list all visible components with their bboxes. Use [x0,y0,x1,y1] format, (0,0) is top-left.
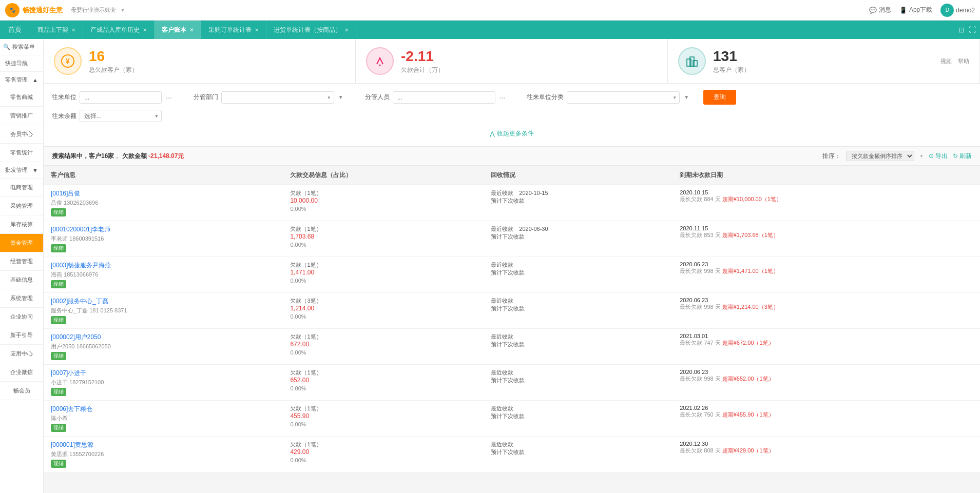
filter-input-partner[interactable] [80,91,162,104]
sidebar-item-marketing[interactable]: 营销推广 [0,107,43,125]
sidebar-item-retail-stats[interactable]: 零售统计 [0,144,43,162]
customer-table: 客户信息 欠款交易信息（占比） 回收情况 到期未收款日期 [0016]吕俊 吕俊… [44,166,980,472]
sidebar-enterprise-collab-label: 企业协同 [10,313,33,320]
sidebar-item-beginner[interactable]: 新手引导 [0,326,43,345]
collapse-row: ⋀ 收起更多条件 [52,127,972,140]
sidebar-item-retail-mgmt[interactable]: 零售管理 ▲ [0,72,43,88]
refresh-icon: ↻ [953,152,958,160]
sidebar-ecommerce-label: 电商管理 [10,184,33,190]
sidebar-item-ecommerce[interactable]: 电商管理 [0,179,43,197]
overdue-link-0[interactable]: 超期¥10,000.00（1笔） [722,196,782,202]
sidebar-search[interactable]: 🔍 搜索菜单 [0,39,43,55]
export-button[interactable]: ⊙ 导出 [929,152,948,161]
app-label: App下载 [909,6,932,14]
tab-product-listing-close[interactable]: ✕ [71,27,75,33]
customer-badge-4: 现销 [51,352,66,360]
sidebar-item-inventory[interactable]: 库存核算 [0,215,43,234]
filter-input-manager[interactable] [393,91,495,104]
customer-name-link-0[interactable]: [0016]吕俊 [51,190,80,197]
filter-select-category[interactable] [567,91,680,104]
tab-purchase-order-stats[interactable]: 采购订单统计表 ✕ [201,21,266,39]
nav-restore-icon[interactable]: ⊡ [958,26,965,34]
collapse-label: 收起更多条件 [497,129,534,138]
customer-name-link-6[interactable]: [0006]去下粮仓 [51,405,92,412]
sort-select[interactable]: 按欠款金额倒序排序 [846,151,914,161]
overdue-link-5[interactable]: 超期¥652.00（1笔） [722,376,774,382]
sidebar-item-basic-info[interactable]: 基础信息 [0,271,43,289]
sidebar-item-member[interactable]: 畅会员 [0,382,43,400]
customer-name-link-2[interactable]: [0003]畅捷服务尹海燕 [51,262,111,269]
next-label-7: 预计下次收款 [491,448,665,456]
sidebar-item-enterprise-collab[interactable]: 企业协同 [0,308,43,326]
customer-phone-6: 陈小希 [51,415,276,422]
collapse-button[interactable]: ⋀ 收起更多条件 [490,129,534,138]
sidebar-item-member-center[interactable]: 会员中心 [0,125,43,144]
stat-label-3: 总客户（家） [713,66,750,74]
overdue-link-7[interactable]: 超期¥429.00（1笔） [722,447,774,453]
customer-name-link-5[interactable]: [0007]小进干 [51,369,86,377]
sidebar-item-purchase-mgmt[interactable]: 采购管理 [0,197,43,215]
sidebar-retail-store-label: 零售商城 [10,94,33,100]
company-selector-icon[interactable]: ▼ [120,7,125,13]
video-link[interactable]: 视频 [940,57,952,65]
tab-home[interactable]: 首页 [0,21,30,39]
sidebar-retail-label: 零售管理 [5,76,28,84]
tab-production-history[interactable]: 产成品入库单历史 ✕ [83,21,155,39]
overdue-link-4[interactable]: 超期¥672.00（1笔） [722,340,774,346]
customer-name-link-1[interactable]: [00010200001]李老师 [51,226,110,233]
tab-purchase-order-stats-label: 采购订单统计表 [208,26,252,34]
tab-customer-ledger[interactable]: 客户账本 ✕ [155,21,201,39]
td-customer-5: [0007]小进干 小进干 18279152100 现销 [44,365,283,401]
overdue-link-6[interactable]: 超期¥455.90（1笔） [722,411,774,418]
app-download-button[interactable]: 📱 App下载 [899,6,932,14]
customer-name-link-7[interactable]: [000001]黄思源 [51,441,93,448]
message-button[interactable]: 💬 消息 [869,6,891,14]
sidebar-app-center-label: 应用中心 [10,350,33,357]
sidebar-item-system[interactable]: 系统管理 [0,289,43,308]
sidebar-item-app-center[interactable]: 应用中心 [0,345,43,363]
sidebar: 🔍 搜索菜单 快捷导航 零售管理 ▲ 零售商城 营销推广 会员中心 零售统计 批… [0,39,44,493]
tab-product-listing[interactable]: 商品上下架 ✕ [30,21,83,39]
overdue-link-2[interactable]: 超期¥1,471.00（1笔） [722,268,779,274]
customer-name-link-3[interactable]: [0002]服务中心_丁磊 [51,298,108,305]
td-collection-1: 最近收款 2020-06-30 预计下次收款 [484,221,672,257]
user-menu[interactable]: D demo2 [940,4,975,17]
tab-production-history-close[interactable]: ✕ [143,27,147,33]
due-date-2: 2020.06.23 [680,261,973,267]
query-button[interactable]: 查询 [703,90,736,105]
svg-rect-3 [687,59,691,66]
nav-expand-icon[interactable]: ⛶ [969,26,976,34]
debt-count-0: 欠款（1笔） [290,189,476,197]
refresh-button[interactable]: ↻ 刷新 [953,152,972,161]
sidebar-item-quick-nav[interactable]: 快捷导航 [0,55,43,72]
sidebar-inventory-label: 库存核算 [10,221,33,227]
stat-value-3: 131 [713,48,750,65]
category-arrow-icon: ▼ [684,94,689,100]
tab-purchase-order-stats-close[interactable]: ✕ [255,27,259,33]
filter-select-wrapper-dept [221,91,334,104]
filter-select-balance[interactable] [80,110,162,122]
overdue-link-3[interactable]: 超期¥1,214.00（3笔） [722,304,779,310]
sidebar-item-finance[interactable]: 资金管理 [0,234,43,252]
chevron-down-icon2: ▼ [32,167,38,173]
sidebar-item-wholesale-mgmt[interactable]: 批发管理 ▼ [0,162,43,179]
sidebar-operations-label: 经营管理 [10,258,33,264]
sidebar-item-enterprise-wechat[interactable]: 企业微信 [0,363,43,382]
td-collection-6: 最近收款 预计下次收款 [484,401,672,437]
sidebar-item-operations[interactable]: 经营管理 [0,252,43,271]
help-link[interactable]: 帮助 [958,57,969,65]
customer-phone-4: 用户2050 18665062050 [51,343,276,350]
tab-purchase-stats-by-product-close[interactable]: ✕ [344,27,349,33]
td-due-3: 2020.06.23 最长欠款 998 天 超期¥1,214.00（3笔） [672,293,980,329]
customer-name-link-4[interactable]: [000002]用户2050 [51,333,101,341]
overdue-link-1[interactable]: 超期¥1,703.68（1笔） [722,232,779,238]
table-row: [00010200001]李老师 李老师 18600391516 现销 欠款（1… [44,221,980,257]
overdue-days-0: 最长欠款 884 天 超期¥10,000.00（1笔） [680,195,973,203]
tab-purchase-stats-by-product[interactable]: 进货单统计表（按商品） ✕ [266,21,356,39]
customer-badge-1: 现销 [51,244,66,252]
recent-label-7: 最近收款 [491,441,665,448]
debt-count-2: 欠款（1笔） [290,261,476,269]
filter-select-dept[interactable] [221,91,334,104]
tab-customer-ledger-close[interactable]: ✕ [189,27,194,33]
sidebar-item-retail-store[interactable]: 零售商城 [0,88,43,107]
